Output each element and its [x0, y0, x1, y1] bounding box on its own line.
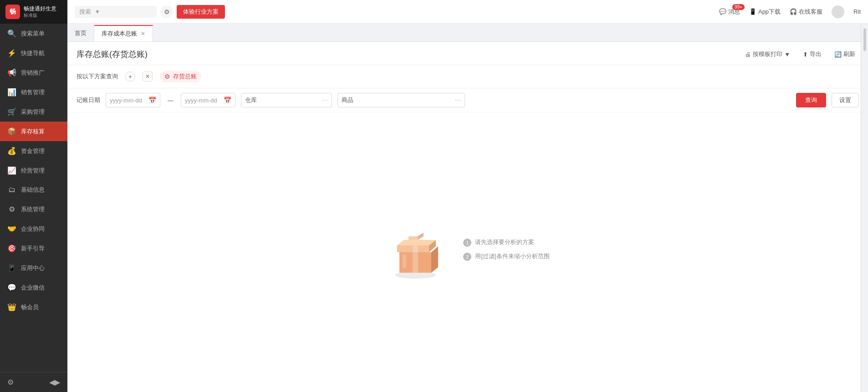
sidebar-item-inventory[interactable]: 📦 库存核算 [0, 122, 67, 141]
empty-tip-2: 2 用[过滤]条件来缩小分析范围 [463, 252, 549, 261]
empty-illustration [386, 225, 445, 280]
message-badge: 99+ [732, 4, 745, 10]
sidebar-item-label: 快捷导航 [21, 49, 45, 57]
scheme-label: 存货总账 [173, 72, 197, 81]
date-end-placeholder: yyyy-mm-dd [185, 97, 217, 104]
app-download-icon: 📱 [749, 8, 756, 15]
sidebar-item-label: 采购管理 [21, 108, 45, 116]
sidebar: 畅 畅捷通好生意 标准版 🔍 搜索菜单 ⚡ 快捷导航 📢 营销推广 📊 销售管理… [0, 0, 67, 392]
product-more-icon: ··· [455, 96, 461, 104]
sidebar-item-basic[interactable]: 🗂 基础信息 [0, 180, 67, 199]
operations-icon: 📈 [7, 166, 16, 175]
tab-inventory-ledger[interactable]: 库存成本总账 ✕ [94, 25, 153, 41]
date-separator: — [168, 97, 174, 104]
settings-icon[interactable]: ⚙ [7, 378, 14, 387]
avatar[interactable] [832, 5, 844, 18]
empty-tips: 1 请先选择要分析的方案 2 用[过滤]条件来缩小分析范围 [463, 238, 549, 266]
tip-text-2: 用[过滤]条件来缩小分析范围 [475, 252, 549, 260]
refresh-button[interactable]: 🔄 刷新 [831, 48, 859, 60]
right-panel [861, 24, 868, 392]
svg-marker-9 [418, 233, 424, 240]
right-panel-handle[interactable] [863, 28, 866, 51]
sidebar-bottom: ⚙ ◀▶ [0, 372, 67, 392]
sidebar-item-finance[interactable]: 💰 资金管理 [0, 141, 67, 161]
sidebar-item-wechat[interactable]: 💬 企业微信 [0, 278, 67, 297]
sidebar-scroll: 🔍 搜索菜单 ⚡ 快捷导航 📢 营销推广 📊 销售管理 🛒 采购管理 📦 库存核… [0, 24, 67, 372]
tip-number-2: 2 [463, 253, 471, 261]
sidebar-item-appcenter[interactable]: 📱 应用中心 [0, 258, 67, 278]
message-action[interactable]: 💬 消息 99+ [719, 8, 740, 16]
svg-rect-7 [403, 255, 406, 268]
sidebar-item-search[interactable]: 🔍 搜索菜单 [0, 24, 67, 43]
filter-close-button[interactable]: ✕ [143, 71, 153, 81]
scheme-item[interactable]: ⚙ 存货总账 [160, 71, 201, 82]
wechat-icon: 💬 [7, 283, 16, 292]
headset-icon: 🎧 [790, 8, 797, 15]
filter-add-button[interactable]: + [125, 71, 135, 81]
message-icon: 💬 [719, 8, 726, 15]
header-actions: 🖨 按模板打印 ▼ ⬆ 导出 🔄 刷新 [741, 48, 859, 60]
date-end-input[interactable]: yyyy-mm-dd 📅 [181, 93, 235, 107]
tip-text-1: 请先选择要分析的方案 [475, 238, 534, 246]
sidebar-item-newguide[interactable]: 🎯 新手引导 [0, 239, 67, 258]
date-start-placeholder: yyyy-mm-dd [110, 97, 142, 104]
product-filter[interactable]: 商品 ··· [337, 93, 465, 107]
sidebar-item-enterprise[interactable]: 🤝 企业协同 [0, 219, 67, 239]
newguide-icon: 🎯 [7, 244, 16, 253]
tabbar: 首页 库存成本总账 ✕ [67, 24, 868, 42]
settings-button[interactable]: 设置 [832, 93, 859, 107]
filter-row: 记账日期 yyyy-mm-dd 📅 — yyyy-mm-dd 📅 仓库 ··· … [67, 88, 868, 112]
tab-home[interactable]: 首页 [67, 25, 94, 41]
basic-icon: 🗂 [7, 186, 16, 194]
sidebar-item-label: 新手引导 [21, 244, 45, 253]
sidebar-item-system[interactable]: ⚙ 系统管理 [0, 199, 67, 219]
sidebar-item-purchase[interactable]: 🛒 采购管理 [0, 102, 67, 122]
filter-area: 按以下方案查询 + ✕ ⚙ 存货总账 [67, 65, 868, 88]
app-name: 畅捷通好生意 [24, 5, 56, 13]
sales-icon: 📊 [7, 88, 16, 97]
gear-button[interactable]: ⚙ [160, 5, 173, 18]
export-button[interactable]: ⬆ 导出 [799, 48, 825, 60]
date-start-input[interactable]: yyyy-mm-dd 📅 [106, 93, 160, 107]
sidebar-item-label: 基础信息 [21, 186, 45, 194]
sidebar-item-label: 销售管理 [21, 88, 45, 97]
sidebar-item-marketing[interactable]: 📢 营销推广 [0, 63, 67, 82]
sidebar-item-operations[interactable]: 📈 经营管理 [0, 161, 67, 180]
topbar-right: 💬 消息 99+ 📱 App下载 🎧 在线客服 Rit [719, 5, 861, 18]
topbar-search-area[interactable]: 搜索 ▼ [75, 6, 157, 18]
quick-nav-icon: ⚡ [7, 49, 16, 57]
app-download-action[interactable]: 📱 App下载 [749, 8, 781, 16]
query-button[interactable]: 查询 [796, 93, 826, 107]
sidebar-item-member[interactable]: 👑 畅会员 [0, 297, 67, 317]
app-logo: 畅 畅捷通好生意 标准版 [0, 0, 67, 24]
sidebar-item-label: 资金管理 [21, 147, 45, 155]
empty-tip-1: 1 请先选择要分析的方案 [463, 238, 549, 247]
collapse-icon[interactable]: ◀▶ [49, 378, 60, 387]
print-template-button[interactable]: 🖨 按模板打印 ▼ [741, 48, 794, 60]
calendar-end-icon: 📅 [224, 97, 231, 104]
printer-icon: 🖨 [745, 51, 751, 58]
svg-rect-6 [413, 245, 418, 273]
date-field-label: 记账日期 [77, 96, 100, 104]
home-tab-label: 首页 [75, 29, 87, 37]
warehouse-filter[interactable]: 仓库 ··· [241, 93, 332, 107]
sidebar-item-quick-nav[interactable]: ⚡ 快捷导航 [0, 43, 67, 63]
app-badge: 标准版 [24, 12, 56, 19]
svg-marker-8 [408, 236, 418, 240]
topbar: 搜索 ▼ ⚙ 体验行业方案 💬 消息 99+ 📱 App下载 🎧 在线客服 Ri… [67, 0, 868, 24]
refresh-icon: 🔄 [834, 51, 842, 58]
warehouse-more-icon: ··· [322, 96, 328, 104]
enterprise-icon: 🤝 [7, 224, 16, 233]
member-icon: 👑 [7, 303, 16, 311]
sidebar-item-label: 库存核算 [21, 127, 45, 136]
appcenter-icon: 📱 [7, 264, 16, 272]
main-container: 搜索 ▼ ⚙ 体验行业方案 💬 消息 99+ 📱 App下载 🎧 在线客服 Ri… [67, 0, 868, 392]
online-service-action[interactable]: 🎧 在线客服 [790, 8, 822, 16]
sidebar-item-sales[interactable]: 📊 销售管理 [0, 82, 67, 102]
tab-close-icon[interactable]: ✕ [141, 31, 145, 37]
industry-button[interactable]: 体验行业方案 [177, 5, 225, 19]
topbar-chevron-icon: ▼ [95, 9, 100, 15]
finance-icon: 💰 [7, 147, 16, 155]
refresh-label: 刷新 [843, 50, 855, 58]
page-header: 库存总账(存货总账) 🖨 按模板打印 ▼ ⬆ 导出 🔄 刷新 [67, 42, 868, 65]
